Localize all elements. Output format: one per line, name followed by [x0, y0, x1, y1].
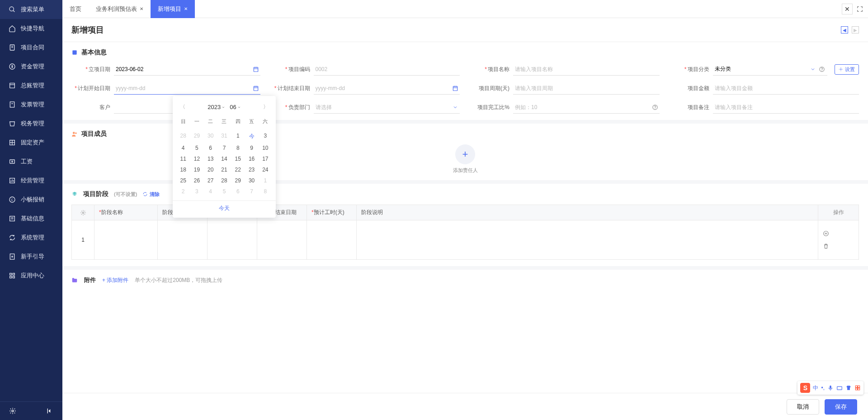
day-cell[interactable]: 19: [190, 164, 203, 175]
tabs-close-button[interactable]: ✕: [842, 4, 853, 14]
gear-icon[interactable]: [9, 407, 16, 415]
plan-end-input[interactable]: [314, 82, 460, 95]
next-icon[interactable]: ▶: [852, 26, 859, 33]
chevron-down-icon[interactable]: [809, 66, 816, 73]
sidebar-item-apps[interactable]: 应用中心: [0, 266, 62, 285]
code-input[interactable]: [314, 63, 460, 76]
tab-profit[interactable]: 业务利润预估表✕: [89, 0, 151, 18]
calendar-icon[interactable]: [252, 85, 259, 92]
day-cell[interactable]: 25: [176, 175, 190, 186]
day-cell[interactable]: 8: [231, 143, 245, 153]
name-input[interactable]: [513, 63, 660, 76]
ime-lang[interactable]: 中: [813, 384, 818, 392]
plan-start-input[interactable]: [114, 82, 260, 95]
ime-punct-icon[interactable]: •,: [821, 385, 825, 391]
day-cell[interactable]: 7: [245, 186, 258, 197]
sidebar-item-guide[interactable]: 新手引导: [0, 247, 62, 266]
day-cell[interactable]: 24: [259, 164, 272, 175]
close-icon[interactable]: ✕: [184, 6, 188, 11]
year-select[interactable]: 2023: [208, 104, 225, 110]
sidebar-item-assets[interactable]: 固定资产: [0, 133, 62, 152]
day-cell[interactable]: 今: [245, 130, 258, 143]
sidebar-item-quicknav[interactable]: 快捷导航: [0, 19, 62, 38]
day-cell[interactable]: 28: [176, 130, 190, 143]
day-cell[interactable]: 16: [245, 153, 258, 164]
table-row[interactable]: 1: [72, 220, 859, 260]
day-cell[interactable]: 26: [190, 175, 203, 186]
ime-toolbar[interactable]: S 中 •,: [797, 381, 863, 395]
cycle-input[interactable]: [513, 82, 660, 95]
today-button[interactable]: 今天: [219, 205, 230, 211]
day-cell[interactable]: 29: [190, 130, 203, 143]
day-cell[interactable]: 23: [245, 164, 258, 175]
close-icon[interactable]: ✕: [140, 6, 143, 11]
day-cell[interactable]: 11: [176, 153, 190, 164]
sidebar-item-system[interactable]: 系统管理: [0, 228, 62, 247]
prev-icon[interactable]: ◀: [841, 26, 848, 33]
ime-tool-icon[interactable]: [854, 385, 861, 391]
clear-button[interactable]: 清除: [142, 191, 160, 198]
amount-input[interactable]: [713, 82, 859, 95]
day-cell[interactable]: 30: [245, 175, 258, 186]
calendar-icon[interactable]: [252, 66, 259, 73]
day-cell[interactable]: 22: [231, 164, 245, 175]
day-cell[interactable]: 2: [176, 186, 190, 197]
day-cell[interactable]: 21: [217, 164, 231, 175]
save-button[interactable]: 保存: [825, 399, 857, 415]
add-member-button[interactable]: +: [455, 144, 475, 164]
day-cell[interactable]: 3: [190, 186, 203, 197]
day-cell[interactable]: 7: [217, 143, 231, 153]
day-cell[interactable]: 27: [204, 175, 217, 186]
day-cell[interactable]: 17: [259, 153, 272, 164]
month-select[interactable]: 06: [230, 104, 241, 110]
sidebar-item-ledger[interactable]: 总账管理: [0, 76, 62, 95]
sidebar-item-salary[interactable]: 工资: [0, 152, 62, 171]
day-cell[interactable]: 13: [204, 153, 217, 164]
day-cell[interactable]: 29: [231, 175, 245, 186]
day-cell[interactable]: 9: [245, 143, 258, 153]
collapse-icon[interactable]: [46, 407, 53, 415]
day-cell[interactable]: 12: [190, 153, 203, 164]
day-cell[interactable]: 4: [204, 186, 217, 197]
sidebar-item-contract[interactable]: 项目合同: [0, 38, 62, 57]
day-cell[interactable]: 1: [231, 130, 245, 143]
ime-skin-icon[interactable]: [845, 385, 852, 391]
prev-month-icon[interactable]: 〈: [178, 101, 187, 113]
add-row-icon[interactable]: [823, 230, 854, 237]
cancel-button[interactable]: 取消: [787, 399, 819, 415]
day-cell[interactable]: 1: [259, 175, 272, 186]
sidebar-item-baseinfo[interactable]: 基础信息: [0, 209, 62, 228]
setting-button[interactable]: 设置: [835, 64, 859, 75]
day-cell[interactable]: 5: [190, 143, 203, 153]
delete-row-icon[interactable]: [823, 243, 854, 249]
est-date-input[interactable]: [114, 63, 260, 76]
day-cell[interactable]: 28: [217, 175, 231, 186]
chevron-down-icon[interactable]: [452, 104, 459, 111]
tab-home[interactable]: 首页: [62, 0, 89, 18]
day-cell[interactable]: 15: [231, 153, 245, 164]
ime-mic-icon[interactable]: [827, 385, 834, 391]
ime-keyboard-icon[interactable]: [836, 385, 843, 391]
day-cell[interactable]: 3: [259, 130, 272, 143]
tab-newproject[interactable]: 新增项目✕: [151, 0, 195, 18]
sidebar-item-invoice[interactable]: 发票管理: [0, 95, 62, 114]
day-cell[interactable]: 31: [217, 130, 231, 143]
remark-input[interactable]: [713, 101, 859, 114]
day-cell[interactable]: 6: [231, 186, 245, 197]
sidebar-item-expense[interactable]: C 小畅报销: [0, 190, 62, 209]
day-cell[interactable]: 4: [176, 143, 190, 153]
fullscreen-icon[interactable]: [856, 5, 863, 13]
help-icon[interactable]: [818, 66, 826, 73]
col-config[interactable]: [72, 205, 94, 220]
progress-input[interactable]: [513, 101, 660, 114]
add-attachment-button[interactable]: + 添加附件: [102, 277, 128, 284]
day-cell[interactable]: 8: [259, 186, 272, 197]
dept-select[interactable]: [314, 101, 460, 114]
day-cell[interactable]: 6: [204, 143, 217, 153]
day-cell[interactable]: 10: [259, 143, 272, 153]
sidebar-item-search[interactable]: 搜索菜单: [0, 0, 62, 19]
help-icon[interactable]: [651, 104, 659, 111]
calendar-icon[interactable]: [452, 85, 459, 92]
day-cell[interactable]: 20: [204, 164, 217, 175]
next-month-icon[interactable]: 〉: [261, 101, 270, 113]
